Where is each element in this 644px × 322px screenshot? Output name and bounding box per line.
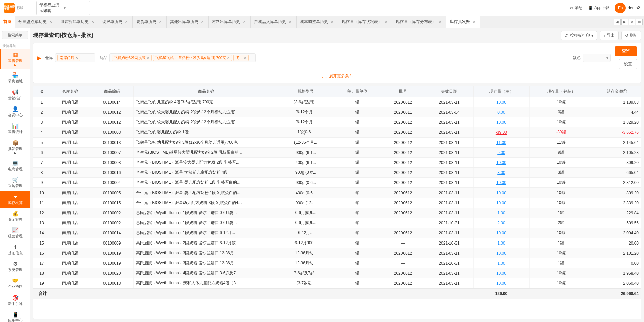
row-qty-main[interactable]: 11.00 xyxy=(474,138,529,148)
row-qty-main[interactable]: 10.00 xyxy=(474,278,529,289)
warehouse-tag-area[interactable]: 南岸门店 ✕ xyxy=(55,53,95,62)
message-action[interactable]: ✉ 消息 xyxy=(570,5,583,11)
sidebar-item-retail-stats[interactable]: 📊 零售统计 xyxy=(0,120,30,137)
row-qty-main[interactable]: 10.00 xyxy=(474,158,529,168)
sidebar-item-finance[interactable]: 💰 资金管理 xyxy=(0,208,30,224)
tab-zuchai-label: 组装拆卸单历史 xyxy=(60,19,89,25)
tab-kupicici[interactable]: 库存批次账 ✕ xyxy=(446,16,480,28)
row-unit: 罐 xyxy=(333,178,381,188)
row-name: 合生元（BIOSTIME）派星 婴儿配方奶粉 1段 乳核蛋白的... xyxy=(134,188,278,198)
tab-nav-right[interactable]: ▶ xyxy=(621,19,628,25)
sidebar-item-retail-mgmt[interactable]: ▦ 零售管理 ▶ xyxy=(0,49,30,69)
row-qty-main[interactable]: 1.00 xyxy=(474,258,529,268)
tab-chanpin-close[interactable]: ✕ xyxy=(287,19,293,25)
tab-yaohuo-close[interactable]: ✕ xyxy=(158,19,163,25)
sidebar-item-operations[interactable]: 📈 经营管理 xyxy=(0,224,30,241)
row-warehouse: 南岸门店 xyxy=(50,208,90,218)
tab-zuchai[interactable]: 组装拆卸单历史 ✕ xyxy=(57,16,99,28)
tab-nav-left[interactable]: ◀ xyxy=(614,19,621,25)
tab-xianzai2-close[interactable]: ✕ xyxy=(437,19,443,25)
tab-chengben[interactable]: 成本调整单历史 ✕ xyxy=(297,16,338,28)
row-qty-main[interactable]: 10.00 xyxy=(474,268,529,278)
tab-xianzai1[interactable]: 现存量（库存状况表） ✕ xyxy=(338,16,392,28)
query-button[interactable]: 查询 xyxy=(615,46,637,56)
app-download-action[interactable]: 📱 App下载 xyxy=(588,5,609,11)
sidebar-item-cooperation[interactable]: 🤝 企业协同 xyxy=(0,275,30,291)
col-gear[interactable]: ⚙ xyxy=(33,86,50,97)
row-qty-main[interactable]: 10.00 xyxy=(474,97,529,107)
user-area[interactable]: Ea demo2 xyxy=(615,3,640,13)
tab-fenpan-close[interactable]: ✕ xyxy=(48,19,53,25)
row-code: 00100002 xyxy=(90,208,134,218)
tab-tiaopi[interactable]: 调拨单历史 ✕ xyxy=(99,16,133,28)
sidebar-item-retail-shop[interactable]: 🏪 零售商城 xyxy=(0,69,30,86)
tab-nav-more[interactable]: ⊞ xyxy=(636,19,643,25)
tab-home[interactable]: 首页 xyxy=(0,16,15,28)
row-unit: 罐 xyxy=(333,278,381,289)
refresh-button[interactable]: ↺ 刷新 xyxy=(621,31,641,40)
warehouse-tag-close[interactable]: ✕ xyxy=(75,56,78,60)
tab-xianzai2[interactable]: 现存量（库存分布表） ✕ xyxy=(392,16,446,28)
sidebar-item-label-operations: 经营管理 xyxy=(8,234,23,238)
row-unit: 罐 xyxy=(333,117,381,127)
color-dropdown[interactable]: ▾ xyxy=(583,54,611,62)
tab-cailiao[interactable]: 材料出库单历史 ✕ xyxy=(209,16,251,28)
expand-conditions-btn[interactable]: ⌄⌄ 展开更多条件 xyxy=(321,73,353,79)
tab-kupicici-close[interactable]: ✕ xyxy=(471,19,477,25)
tab-zuchai-close[interactable]: ✕ xyxy=(90,19,95,25)
sidebar-item-inventory[interactable]: 🗄 库存核算 xyxy=(0,191,30,208)
row-qty-main[interactable]: 3.00 xyxy=(474,168,529,178)
tab-xianzai1-close[interactable]: ✕ xyxy=(383,19,389,25)
row-qty-main[interactable]: 1.00 xyxy=(474,238,529,248)
row-qty-main[interactable]: -39.00 xyxy=(474,127,529,138)
tab-chengben-close[interactable]: ✕ xyxy=(329,19,335,25)
sidebar-item-app-center[interactable]: 📱 应用中心 xyxy=(0,309,30,322)
tab-qita[interactable]: 其他出库单历史 ✕ xyxy=(167,16,209,28)
row-qty-main[interactable]: 10.00 xyxy=(474,178,529,188)
sidebar-item-ecommerce[interactable]: 💻 电商管理 xyxy=(0,157,30,174)
row-amount: 2,101.20 xyxy=(593,248,641,258)
sidebar-item-basics[interactable]: ℹ 基础信息 xyxy=(0,241,30,258)
product-tag-1-close[interactable]: ✕ xyxy=(147,56,149,60)
sidebar-item-system[interactable]: ⚙ 系统管理 xyxy=(0,258,30,275)
search-menu-btn[interactable]: 搜索菜单 xyxy=(2,31,28,39)
table-wrapper[interactable]: ⚙ 仓库名称 商品编码 商品名称 规格型号 主计量单位 批号 失效日期 现存量（… xyxy=(33,86,641,319)
tab-fenpan[interactable]: 分量盘点单历史 ✕ xyxy=(15,16,57,28)
product-tag-area[interactable]: 飞鹤奶粉3段两提装 ✕ 飞鹤星飞帆 儿童奶粉 4段(3-6岁适用) 700克 ✕… xyxy=(109,53,256,62)
row-qty-pack: 10罐 xyxy=(529,158,593,168)
row-expire: 2021-03-11 xyxy=(425,278,473,289)
tab-tiaopi-close[interactable]: ✕ xyxy=(124,19,129,25)
row-qty-main[interactable]: 1.00 xyxy=(474,208,529,218)
row-qty-main[interactable]: 10.00 xyxy=(474,228,529,238)
row-expire: 2021-03-11 xyxy=(425,198,473,208)
row-qty-main[interactable]: 10.00 xyxy=(474,188,529,198)
tab-qita-close[interactable]: ✕ xyxy=(200,19,205,25)
sidebar-item-member[interactable]: 👤 会员中心 xyxy=(0,103,30,120)
row-code: 00100002 xyxy=(90,218,134,228)
export-button[interactable]: ↑ 导出 xyxy=(600,31,619,40)
product-more-dots[interactable]: ... xyxy=(250,56,253,60)
row-warehouse: 南岸门店 xyxy=(50,178,90,188)
row-qty-main[interactable]: 0.00 xyxy=(474,107,529,117)
filter-expand-toggle[interactable]: ▶ xyxy=(37,55,41,61)
store-selector[interactable]: 母婴行业演示账套 ▾ xyxy=(36,1,90,15)
template-print-button[interactable]: 🖨 按模板打印 ▾ xyxy=(561,31,597,40)
row-qty-main[interactable]: 9.00 xyxy=(474,148,529,158)
setting-button[interactable]: 设置 xyxy=(619,59,637,69)
row-qty-main[interactable]: 10.00 xyxy=(474,248,529,258)
sidebar-item-wholesale[interactable]: 📦 批发管理 ▶ xyxy=(0,137,30,157)
product-tag-2-close[interactable]: ✕ xyxy=(227,56,230,60)
tab-yaohuo[interactable]: 要货单历史 ✕ xyxy=(133,16,167,28)
row-expire: 2021-03-11 xyxy=(425,268,473,278)
sidebar-item-marketing[interactable]: 📢 营销推广 xyxy=(0,86,30,103)
row-qty-main[interactable]: 2.00 xyxy=(474,218,529,228)
product-tag-3-close[interactable]: ✕ xyxy=(244,56,246,60)
row-qty-main[interactable]: 10.00 xyxy=(474,198,529,208)
sidebar-item-guide[interactable]: 🎯 新手引导 xyxy=(0,292,30,309)
tab-cailiao-close[interactable]: ✕ xyxy=(241,19,247,25)
tab-nav-close[interactable]: ✕ xyxy=(629,19,635,25)
tab-chanpin[interactable]: 产成品入库单历史 ✕ xyxy=(251,16,297,28)
row-unit: 罐 xyxy=(333,268,381,278)
sidebar-item-purchase[interactable]: 🛒 采购管理 xyxy=(0,174,30,191)
row-qty-main[interactable]: 10.00 xyxy=(474,117,529,127)
